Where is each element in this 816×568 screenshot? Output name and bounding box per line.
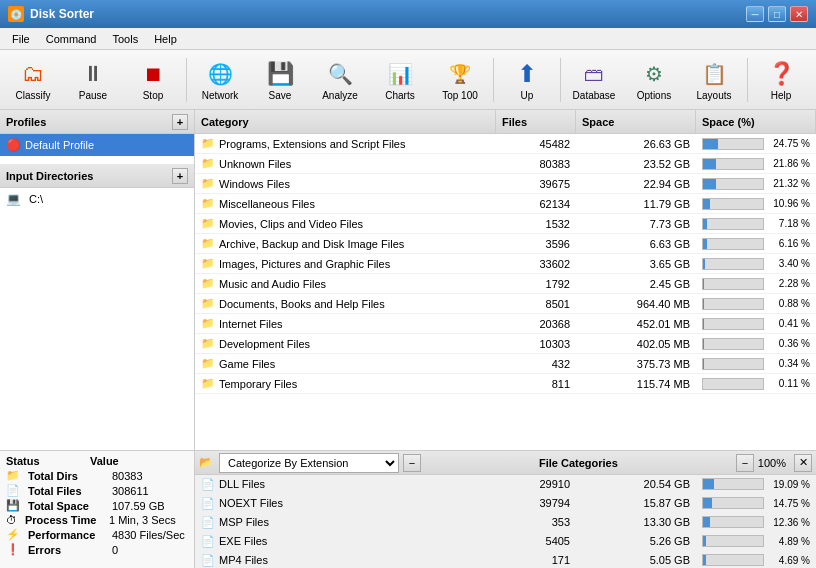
- maximize-button[interactable]: □: [768, 6, 786, 22]
- bottom-category-cell: 📄MP4 Files: [195, 551, 496, 568]
- bottom-pct-cell: 4.69 %: [696, 551, 816, 568]
- status-row: StatusValue: [6, 455, 188, 467]
- category-cell: 📁Temporary Files: [195, 374, 496, 393]
- analyze-button[interactable]: 🔍 Analyze: [311, 53, 369, 107]
- bottom-table-row[interactable]: 📄EXE Files54055.26 GB 4.89 %: [195, 532, 816, 551]
- add-dir-button[interactable]: +: [172, 168, 188, 184]
- help-label: Help: [771, 90, 792, 101]
- progress-bg: [702, 378, 764, 390]
- database-button[interactable]: 🗃 Database: [565, 53, 623, 107]
- top100-icon: 🏆: [444, 58, 476, 90]
- table-row[interactable]: 📁Programs, Extensions and Script Files45…: [195, 134, 816, 154]
- charts-label: Charts: [385, 90, 414, 101]
- progress-bg: [702, 198, 764, 210]
- table-row[interactable]: 📁Music and Audio Files17922.45 GB 2.28 %: [195, 274, 816, 294]
- menu-file[interactable]: File: [4, 31, 38, 47]
- category-cell: 📁Internet Files: [195, 314, 496, 333]
- status-row: ❗Errors0: [6, 543, 188, 556]
- bottom-space-cell: 5.05 GB: [576, 551, 696, 568]
- category-cell: 📁Movies, Clips and Video Files: [195, 214, 496, 233]
- up-button[interactable]: ⬆ Up: [498, 53, 556, 107]
- table-row[interactable]: 📁Development Files10303402.05 MB 0.36 %: [195, 334, 816, 354]
- classify-button[interactable]: 🗂 Classify: [4, 53, 62, 107]
- pause-label: Pause: [79, 90, 107, 101]
- profile-name: Default Profile: [25, 139, 94, 151]
- pct-cell: 10.96 %: [696, 194, 816, 213]
- status-row-label: Errors: [28, 544, 108, 556]
- charts-button[interactable]: 📊 Charts: [371, 53, 429, 107]
- table-row[interactable]: 📁Game Files432375.73 MB 0.34 %: [195, 354, 816, 374]
- help-button[interactable]: ❓ Help: [752, 53, 810, 107]
- network-button[interactable]: 🌐 Network: [191, 53, 249, 107]
- menu-tools[interactable]: Tools: [104, 31, 146, 47]
- progress-bg: [702, 358, 764, 370]
- title-controls[interactable]: ─ □ ✕: [746, 6, 808, 22]
- stop-button[interactable]: ⏹ Stop: [124, 53, 182, 107]
- bottom-table-row[interactable]: 📄MSP Files35313.30 GB 12.36 %: [195, 513, 816, 532]
- options-button[interactable]: ⚙ Options: [625, 53, 683, 107]
- bottom-pct-label: 14.75 %: [768, 498, 810, 509]
- table-row[interactable]: 📁Movies, Clips and Video Files15327.73 G…: [195, 214, 816, 234]
- close-bottom-button[interactable]: ✕: [794, 454, 812, 472]
- table-row[interactable]: 📁Archive, Backup and Disk Image Files359…: [195, 234, 816, 254]
- table-row[interactable]: 📁Unknown Files8038323.52 GB 21.86 %: [195, 154, 816, 174]
- input-dirs-header: Input Directories +: [0, 164, 194, 188]
- dir-item-c[interactable]: 💻 C:\: [0, 188, 194, 210]
- category-cell: 📁Development Files: [195, 334, 496, 353]
- right-content: Category Files Space Space (%) 📁Programs…: [195, 110, 816, 450]
- classify-icon: 🗂: [17, 58, 49, 90]
- files-cell: 1532: [496, 214, 576, 233]
- pause-button[interactable]: ⏸ Pause: [64, 53, 122, 107]
- folder-icon: 📁: [201, 277, 215, 290]
- left-panel: Profiles + 🔴 Default Profile Input Direc…: [0, 110, 195, 450]
- bottom-table-row[interactable]: 📄DLL Files2991020.54 GB 19.09 %: [195, 475, 816, 494]
- bottom-progress-bg: [702, 516, 764, 528]
- pct-label: 7.18 %: [768, 218, 810, 229]
- table-row[interactable]: 📁Miscellaneous Files6213411.79 GB 10.96 …: [195, 194, 816, 214]
- category-cell: 📁Music and Audio Files: [195, 274, 496, 293]
- minimize-button[interactable]: ─: [746, 6, 764, 22]
- category-cell: 📁Windows Files: [195, 174, 496, 193]
- space-cell: 7.73 GB: [576, 214, 696, 233]
- pct-cell: 0.88 %: [696, 294, 816, 313]
- table-row[interactable]: 📁Temporary Files811115.74 MB 0.11 %: [195, 374, 816, 394]
- folder-icon: 📁: [201, 337, 215, 350]
- status-row-icon: ⚡: [6, 528, 20, 541]
- progress-fill: [703, 139, 718, 149]
- bottom-pct-cell: 4.89 %: [696, 532, 816, 550]
- table-row[interactable]: 📁Documents, Books and Help Files8501964.…: [195, 294, 816, 314]
- menu-command[interactable]: Command: [38, 31, 105, 47]
- file-type-icon: 📄: [201, 554, 215, 567]
- table-row[interactable]: 📁Windows Files3967522.94 GB 21.32 %: [195, 174, 816, 194]
- categorize-select[interactable]: Categorize By Extension: [219, 453, 399, 473]
- title-bar: 💿 Disk Sorter ─ □ ✕: [0, 0, 816, 28]
- categorize-minus-button[interactable]: −: [403, 454, 421, 472]
- add-profile-button[interactable]: +: [172, 114, 188, 130]
- table-row[interactable]: 📁Images, Pictures and Graphic Files33602…: [195, 254, 816, 274]
- pct-label: 0.36 %: [768, 338, 810, 349]
- status-row: 📁Total Dirs80383: [6, 469, 188, 482]
- bottom-table-body: 📄DLL Files2991020.54 GB 19.09 % 📄NOEXT F…: [195, 475, 816, 568]
- input-dirs-section: Input Directories + 💻 C:\: [0, 164, 194, 210]
- status-row-icon: ⏱: [6, 514, 17, 526]
- file-cat-minus-button[interactable]: −: [736, 454, 754, 472]
- category-cell: 📁Archive, Backup and Disk Image Files: [195, 234, 496, 253]
- bottom-pct-cell: 14.75 %: [696, 494, 816, 512]
- bottom-progress-bg: [702, 554, 764, 566]
- menu-help[interactable]: Help: [146, 31, 185, 47]
- close-button[interactable]: ✕: [790, 6, 808, 22]
- save-button[interactable]: 💾 Save: [251, 53, 309, 107]
- status-row-value: 0: [112, 544, 118, 556]
- file-type-icon: 📄: [201, 535, 215, 548]
- category-cell: 📁Unknown Files: [195, 154, 496, 173]
- progress-bg: [702, 278, 764, 290]
- bottom-table-row[interactable]: 📄MP4 Files1715.05 GB 4.69 %: [195, 551, 816, 568]
- files-cell: 432: [496, 354, 576, 373]
- profile-item-default[interactable]: 🔴 Default Profile: [0, 134, 194, 156]
- layouts-button[interactable]: 📋 Layouts: [685, 53, 743, 107]
- profile-icon: 🔴: [6, 138, 21, 152]
- bottom-pct-cell: 12.36 %: [696, 513, 816, 531]
- bottom-table-row[interactable]: 📄NOEXT Files3979415.87 GB 14.75 %: [195, 494, 816, 513]
- table-row[interactable]: 📁Internet Files20368452.01 MB 0.41 %: [195, 314, 816, 334]
- top100-button[interactable]: 🏆 Top 100: [431, 53, 489, 107]
